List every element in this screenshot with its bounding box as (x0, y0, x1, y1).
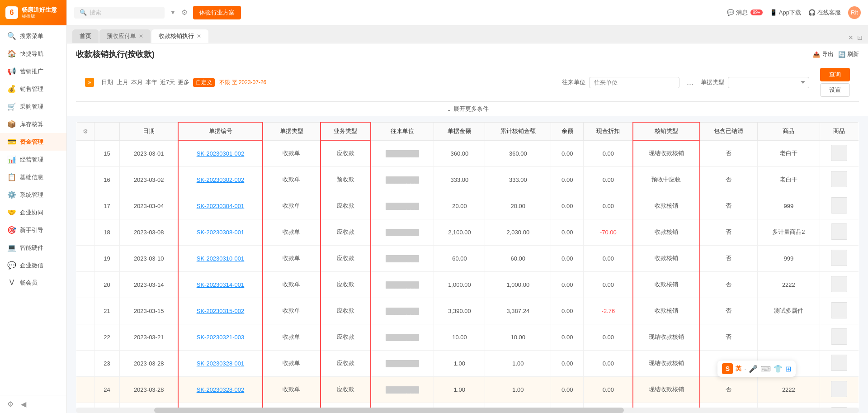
cell-cancel-type: 收款核销 (633, 219, 699, 245)
cell-doc-no[interactable]: SK-20230302-002 (178, 166, 262, 193)
sidebar-item-purchase[interactable]: 🛒 采购管理 (0, 98, 66, 115)
cell-cash-discount: -2.76 (584, 298, 633, 324)
sidebar-item-wechat[interactable]: 💬 企业微信 (0, 256, 66, 274)
message-button[interactable]: 💬 消息 99+ (727, 9, 763, 17)
dropdown-icon[interactable]: ▼ (170, 9, 176, 16)
date-link-more[interactable]: 更多 (178, 78, 189, 86)
sidebar-item-basic-info[interactable]: 📋 基础信息 (0, 168, 66, 186)
collapse-icon[interactable]: ◀ (21, 400, 26, 408)
partner-label: 往来单位 (562, 78, 585, 86)
sidebar-item-capital[interactable]: 💳 资金管理 (0, 133, 66, 151)
cell-doc-no[interactable]: SK-20230328-001 (178, 350, 262, 376)
custom-date-button[interactable]: 自定义 (193, 78, 215, 87)
customer-service-button[interactable]: 🎧 在线客服 (808, 9, 841, 17)
horizontal-scrollbar[interactable] (76, 408, 859, 413)
sidebar-item-system[interactable]: ⚙️ 系统管理 (0, 186, 66, 204)
cell-doc-no[interactable]: SK-20230331-002 (178, 403, 262, 408)
cell-amount: 2,100.00 (434, 219, 485, 245)
table-row[interactable]: 21 2023-03-15 SK-20230315-002 收款单 应收款 ██… (76, 298, 859, 324)
user-avatar[interactable]: Rit (848, 6, 861, 19)
prepay-tab-close[interactable]: ✕ (139, 33, 143, 39)
cell-date: 2023-03-21 (119, 324, 178, 350)
cell-cash-discount: 0.00 (584, 245, 633, 271)
search-icon: 🔍 (7, 32, 16, 40)
keyboard-icon[interactable]: ⌨ (760, 365, 771, 373)
table-row[interactable]: 19 2023-03-10 SK-20230310-001 收款单 应收款 ██… (76, 245, 859, 271)
app-download-button[interactable]: 📱 App下载 (770, 9, 801, 17)
tab-home[interactable]: 首页 (72, 29, 99, 43)
gear-icon[interactable]: ⚙ (83, 128, 88, 135)
tab-collection[interactable]: 收款核销执行 ✕ (151, 29, 208, 43)
sidebar-nav: 🔍 搜索菜单 🏠 快捷导航 📢 营销推广 💰 销售管理 🛒 采购管理 📦 库存核… (0, 25, 66, 395)
cell-doc-no[interactable]: SK-20230314-001 (178, 271, 262, 298)
cell-doc-type: 收款单 (263, 298, 321, 324)
table-row[interactable]: 16 2023-03-02 SK-20230302-002 收款单 预收款 ██… (76, 166, 859, 193)
refresh-button[interactable]: 🔄 刷新 (838, 50, 859, 58)
expand-button[interactable]: » (85, 78, 94, 87)
cell-doc-no[interactable]: SK-20230308-001 (178, 219, 262, 245)
cell-gear (76, 166, 94, 193)
cell-no: 15 (94, 140, 120, 166)
cell-gear (76, 350, 94, 376)
industry-solution-button[interactable]: 体验行业方案 (193, 6, 241, 19)
sidebar-item-cooperation[interactable]: 🤝 企业协同 (0, 204, 66, 221)
table-row[interactable]: 25 2023-03-31 SK-20230331-002 红字收款单 应收款 … (76, 403, 859, 408)
cell-doc-no[interactable]: SK-20230304-001 (178, 193, 262, 219)
mic-icon[interactable]: 🎤 (749, 365, 758, 373)
cell-doc-no[interactable]: SK-20230315-002 (178, 298, 262, 324)
partner-input[interactable] (589, 77, 679, 88)
sidebar-item-marketing[interactable]: 📢 营销推广 (0, 62, 66, 80)
restore-icon[interactable]: ⊡ (857, 34, 863, 41)
grid-icon[interactable]: ⊞ (785, 365, 791, 373)
scroll-thumb[interactable] (154, 408, 624, 413)
filter-settings-button[interactable]: 设置 (820, 83, 850, 97)
table-row[interactable]: 24 2023-03-28 SK-20230328-002 收款单 应收款 ██… (76, 376, 859, 403)
cell-doc-no[interactable]: SK-20230321-003 (178, 324, 262, 350)
sidebar-item-operations[interactable]: 📊 经营管理 (0, 151, 66, 168)
member-icon: V (7, 279, 16, 287)
table-row[interactable]: 22 2023-03-21 SK-20230321-003 收款单 应收款 ██… (76, 324, 859, 350)
refresh-icon: 🔄 (838, 51, 845, 58)
sidebar-item-sales[interactable]: 💰 销售管理 (0, 80, 66, 98)
cell-include-settled: 否 (700, 324, 758, 350)
export-button[interactable]: 📤 导出 (813, 50, 834, 58)
sidebar-item-guide[interactable]: 🎯 新手引导 (0, 221, 66, 239)
shirt-icon[interactable]: 👕 (774, 365, 783, 373)
table-row[interactable]: 17 2023-03-04 SK-20230304-001 收款单 应收款 ██… (76, 193, 859, 219)
cell-date: 2023-03-01 (119, 140, 178, 166)
tab-prepay[interactable]: 预收应付单 ✕ (99, 29, 151, 43)
cell-no: 22 (94, 324, 120, 350)
table-row[interactable]: 20 2023-03-14 SK-20230314-001 收款单 应收款 ██… (76, 271, 859, 298)
date-link-this-year[interactable]: 本年 (146, 78, 157, 86)
cell-amount: 1.00 (434, 376, 485, 403)
more-dots[interactable]: ... (687, 78, 693, 87)
cell-doc-no[interactable]: SK-20230310-001 (178, 245, 262, 271)
sidebar-item-member[interactable]: V 畅会员 (0, 274, 66, 291)
cell-doc-no[interactable]: SK-20230328-002 (178, 376, 262, 403)
date-link-7days[interactable]: 近7天 (160, 78, 175, 86)
sidebar-bottom: ⚙ ◀ (0, 395, 66, 413)
expand-more-button[interactable]: ⌄ 展开更多条件 (447, 105, 489, 113)
table-row[interactable]: 18 2023-03-08 SK-20230308-001 收款单 应收款 ██… (76, 219, 859, 245)
sidebar-item-quick-nav[interactable]: 🏠 快捷导航 (0, 45, 66, 62)
col-header-gear[interactable]: ⚙ (76, 122, 94, 140)
query-button[interactable]: 查询 (820, 68, 850, 81)
top-search[interactable]: 🔍 搜索 (74, 7, 165, 19)
sidebar-item-search[interactable]: 🔍 搜索菜单 (0, 27, 66, 45)
cell-partner: ████████ (371, 298, 434, 324)
cell-biz-type: 应收款 (321, 324, 370, 350)
headset-icon: 🎧 (808, 9, 816, 16)
date-link-prev-month[interactable]: 上月 (117, 78, 128, 86)
settings-icon[interactable]: ⚙ (7, 400, 14, 408)
table-row[interactable]: 15 2023-03-01 SK-20230301-002 收款单 应收款 ██… (76, 140, 859, 166)
sidebar-item-inventory[interactable]: 📦 库存核算 (0, 115, 66, 133)
voucher-type-select[interactable] (728, 77, 809, 88)
gear-icon[interactable]: ⚙ (181, 8, 188, 17)
date-link-this-month[interactable]: 本月 (131, 78, 143, 86)
col-header-no (94, 122, 120, 140)
message-icon: 💬 (727, 9, 734, 16)
close-tab-icon[interactable]: ✕ (848, 34, 854, 41)
cell-doc-no[interactable]: SK-20230301-002 (178, 140, 262, 166)
collection-tab-close[interactable]: ✕ (197, 33, 201, 39)
sidebar-item-hardware[interactable]: 💻 智能硬件 (0, 239, 66, 256)
